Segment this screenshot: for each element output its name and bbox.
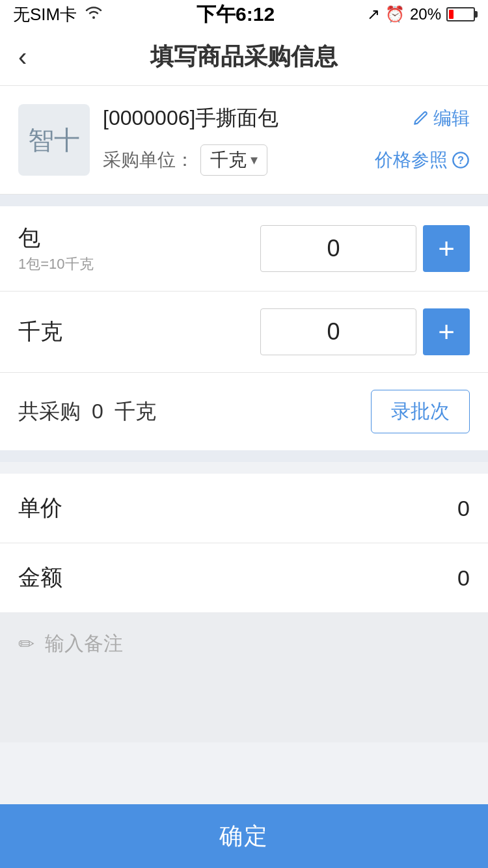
summary-unit: 千克 bbox=[115, 400, 156, 423]
price-ref-label: 价格参照 bbox=[375, 148, 448, 172]
plus-icon-kg: + bbox=[438, 316, 455, 348]
status-bar-left: 无SIM卡 bbox=[13, 3, 104, 26]
amount-label: 金额 bbox=[18, 563, 62, 593]
location-icon: ↗ bbox=[367, 5, 380, 23]
section-divider-1 bbox=[0, 195, 488, 206]
status-bar-time: 下午6:12 bbox=[197, 1, 275, 28]
kg-plus-button[interactable]: + bbox=[423, 308, 470, 355]
battery-fill bbox=[449, 10, 454, 19]
bag-sub-label: 1包=10千克 bbox=[18, 254, 94, 274]
section-divider-2 bbox=[0, 450, 488, 462]
summary-amount: 0 bbox=[92, 400, 103, 423]
price-section: 单价 0 金额 0 bbox=[0, 474, 488, 612]
kg-input-control: + bbox=[260, 308, 470, 355]
product-name: [0000006]手撕面包 bbox=[103, 104, 278, 133]
plus-icon-bag: + bbox=[438, 232, 455, 265]
bag-input[interactable] bbox=[260, 225, 416, 272]
bag-label: 包 1包=10千克 bbox=[18, 223, 94, 274]
battery-icon bbox=[446, 7, 475, 21]
batch-button[interactable]: 录批次 bbox=[371, 390, 470, 433]
bag-input-row: 包 1包=10千克 + bbox=[0, 206, 488, 292]
product-unit-row: 采购单位： 千克 ▾ 价格参照 ? bbox=[103, 144, 470, 176]
kg-label: 千克 bbox=[18, 317, 62, 347]
confirm-button[interactable]: 确定 bbox=[0, 804, 488, 868]
amount-row: 金额 0 bbox=[0, 543, 488, 612]
unit-label: 采购单位： bbox=[103, 148, 194, 172]
edit-button[interactable]: 编辑 bbox=[413, 106, 470, 131]
note-section[interactable]: ✏ 输入备注 bbox=[0, 612, 488, 742]
product-info-top: [0000006]手撕面包 编辑 bbox=[103, 104, 470, 133]
bag-input-control: + bbox=[260, 225, 470, 272]
alarm-icon: ⏰ bbox=[385, 5, 405, 23]
summary-row: 共采购 0 千克 录批次 bbox=[0, 373, 488, 450]
svg-text:?: ? bbox=[457, 154, 464, 166]
summary-prefix: 共采购 bbox=[18, 400, 81, 423]
price-ref-button[interactable]: 价格参照 ? bbox=[375, 148, 470, 172]
chevron-down-icon: ▾ bbox=[251, 152, 258, 169]
edit-label: 编辑 bbox=[433, 106, 470, 131]
product-card: 智十 [0000006]手撕面包 编辑 采购单位： 千克 ▾ bbox=[0, 86, 488, 195]
battery-percent: 20% bbox=[410, 5, 441, 23]
summary-text: 共采购 0 千克 bbox=[18, 398, 156, 426]
amount-value: 0 bbox=[457, 565, 470, 591]
unit-selector[interactable]: 采购单位： 千克 ▾ bbox=[103, 144, 267, 176]
bag-plus-button[interactable]: + bbox=[423, 225, 470, 272]
product-logo: 智十 bbox=[28, 124, 80, 156]
page-title: 填写商品采购信息 bbox=[150, 41, 338, 73]
carrier-label: 无SIM卡 bbox=[13, 3, 77, 26]
wifi-icon bbox=[83, 5, 104, 25]
unit-value: 千克 bbox=[210, 148, 247, 172]
kg-input-row: 千克 + bbox=[0, 292, 488, 373]
input-section: 包 1包=10千克 + 千克 + bbox=[0, 206, 488, 373]
unit-select[interactable]: 千克 ▾ bbox=[200, 144, 267, 176]
nav-bar: ‹ 填写商品采购信息 bbox=[0, 29, 488, 86]
kg-label-text: 千克 bbox=[18, 317, 62, 347]
status-bar: 无SIM卡 下午6:12 ↗ ⏰ 20% bbox=[0, 0, 488, 29]
kg-input[interactable] bbox=[260, 308, 416, 355]
note-placeholder: 输入备注 bbox=[45, 631, 123, 657]
bag-label-text: 包 bbox=[18, 223, 94, 253]
product-thumbnail: 智十 bbox=[18, 104, 90, 176]
unit-price-row: 单价 0 bbox=[0, 474, 488, 543]
product-info: [0000006]手撕面包 编辑 采购单位： 千克 ▾ 价格 bbox=[103, 104, 470, 176]
unit-price-label: 单价 bbox=[18, 493, 62, 523]
back-button[interactable]: ‹ bbox=[18, 42, 27, 72]
pencil-icon: ✏ bbox=[18, 632, 34, 655]
unit-price-value: 0 bbox=[457, 496, 470, 521]
note-input-area[interactable]: ✏ 输入备注 bbox=[18, 631, 470, 657]
status-bar-right: ↗ ⏰ 20% bbox=[367, 5, 475, 23]
